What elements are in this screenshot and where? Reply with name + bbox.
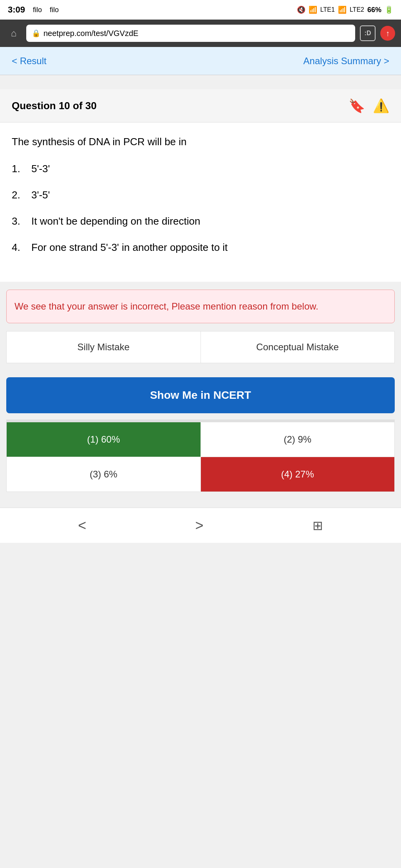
prev-icon: < bbox=[78, 517, 86, 533]
lte1-icon: LTE1 bbox=[320, 6, 335, 13]
stat-option-4-label: (4) 27% bbox=[281, 469, 314, 479]
options-list: 1. 5'-3' 2. 3'-5' 3. It won't be dependi… bbox=[12, 161, 389, 255]
stats-grid: (1) 60% (2) 9% (3) 6% (4) 27% bbox=[6, 422, 395, 492]
option-4-number: 4. bbox=[12, 240, 23, 255]
browser-url-bar[interactable]: 🔒 neetprep.com/test/VGVzdE bbox=[26, 25, 355, 42]
question-text: The synthesis of DNA in PCR will be in bbox=[12, 134, 389, 149]
question-header: Question 10 of 30 🔖 ⚠️ bbox=[0, 89, 401, 122]
option-3-number: 3. bbox=[12, 214, 23, 229]
incorrect-text: We see that your answer is incorrect, Pl… bbox=[14, 299, 387, 313]
silly-mistake-button[interactable]: Silly Mistake bbox=[7, 331, 201, 363]
incorrect-answer-box: We see that your answer is incorrect, Pl… bbox=[6, 290, 395, 323]
option-1-text: 5'-3' bbox=[31, 161, 50, 176]
mute-icon: 🔇 bbox=[297, 5, 305, 14]
grid-view-button[interactable]: ⊞ bbox=[312, 518, 323, 533]
profile-icon: ↑ bbox=[386, 29, 390, 38]
option-2-text: 3'-5' bbox=[31, 187, 50, 203]
option-2[interactable]: 2. 3'-5' bbox=[12, 187, 389, 203]
stat-option-1: (1) 60% bbox=[7, 422, 201, 457]
status-carrier: filo bbox=[33, 6, 42, 14]
conceptual-mistake-button[interactable]: Conceptual Mistake bbox=[201, 331, 395, 363]
bottom-nav: < > ⊞ bbox=[0, 508, 401, 543]
analysis-summary-button[interactable]: Analysis Summary > bbox=[303, 56, 389, 67]
signal-icon: 📶 bbox=[338, 5, 347, 14]
conceptual-mistake-label: Conceptual Mistake bbox=[256, 342, 339, 352]
bookmark-icon[interactable]: 🔖 bbox=[349, 98, 365, 113]
show-me-ncert-button[interactable]: Show Me in NCERT bbox=[6, 377, 395, 413]
grid-icon: ⊞ bbox=[312, 519, 323, 533]
status-time: 3:09 bbox=[8, 5, 25, 15]
stat-option-3-label: (3) 6% bbox=[90, 469, 117, 479]
option-4[interactable]: 4. For one strand 5'-3' in another oppos… bbox=[12, 240, 389, 255]
question-actions: 🔖 ⚠️ bbox=[349, 98, 389, 113]
home-icon: ⌂ bbox=[11, 28, 17, 39]
option-1-number: 1. bbox=[12, 161, 23, 176]
stat-option-4: (4) 27% bbox=[201, 457, 395, 492]
browser-profile-button[interactable]: ↑ bbox=[380, 26, 395, 41]
battery-icon: 🔋 bbox=[385, 5, 393, 14]
browser-home-button[interactable]: ⌂ bbox=[6, 25, 22, 41]
option-3[interactable]: 3. It won't be depending on the directio… bbox=[12, 214, 389, 229]
forward-label: Analysis Summary > bbox=[303, 56, 389, 67]
nav-bar: < Result Analysis Summary > bbox=[0, 47, 401, 75]
next-icon: > bbox=[195, 517, 204, 533]
question-counter: Question 10 of 30 bbox=[12, 100, 97, 112]
stats-row-2: (3) 6% (4) 27% bbox=[7, 457, 394, 492]
option-2-number: 2. bbox=[12, 187, 23, 203]
silly-mistake-label: Silly Mistake bbox=[78, 342, 130, 352]
question-content: The synthesis of DNA in PCR will be in 1… bbox=[0, 122, 401, 282]
status-bar: 3:09 filo filo 🔇 📶 LTE1 📶 LTE2 66% 🔋 bbox=[0, 0, 401, 20]
option-3-text: It won't be depending on the direction bbox=[31, 214, 200, 229]
browser-tab-button[interactable]: :D bbox=[360, 25, 376, 41]
option-4-text: For one strand 5'-3' in another opposite… bbox=[31, 240, 228, 255]
back-label: < Result bbox=[12, 56, 47, 67]
status-carrier2: filo bbox=[50, 6, 59, 14]
stat-option-2-label: (2) 9% bbox=[284, 434, 311, 445]
mistake-options: Silly Mistake Conceptual Mistake bbox=[6, 331, 395, 363]
result-back-button[interactable]: < Result bbox=[12, 56, 47, 67]
show-me-ncert-label: Show Me in NCERT bbox=[150, 389, 251, 401]
stat-option-3: (3) 6% bbox=[7, 457, 201, 492]
stat-option-1-label: (1) 60% bbox=[87, 434, 120, 445]
lock-icon: 🔒 bbox=[32, 29, 40, 38]
browser-bar: ⌂ 🔒 neetprep.com/test/VGVzdE :D ↑ bbox=[0, 20, 401, 47]
prev-question-button[interactable]: < bbox=[78, 517, 86, 534]
status-icons: 🔇 📶 LTE1 📶 LTE2 66% 🔋 bbox=[297, 5, 393, 14]
warning-icon[interactable]: ⚠️ bbox=[373, 98, 389, 113]
tab-label: :D bbox=[365, 30, 371, 37]
battery-level: 66% bbox=[367, 6, 381, 14]
browser-url-text: neetprep.com/test/VGVzdE bbox=[43, 29, 138, 38]
stats-row-1: (1) 60% (2) 9% bbox=[7, 422, 394, 457]
wifi-icon: 📶 bbox=[309, 5, 317, 14]
stat-option-2: (2) 9% bbox=[201, 422, 395, 457]
lte2-icon: LTE2 bbox=[350, 6, 364, 13]
option-1[interactable]: 1. 5'-3' bbox=[12, 161, 389, 176]
next-question-button[interactable]: > bbox=[195, 517, 204, 534]
